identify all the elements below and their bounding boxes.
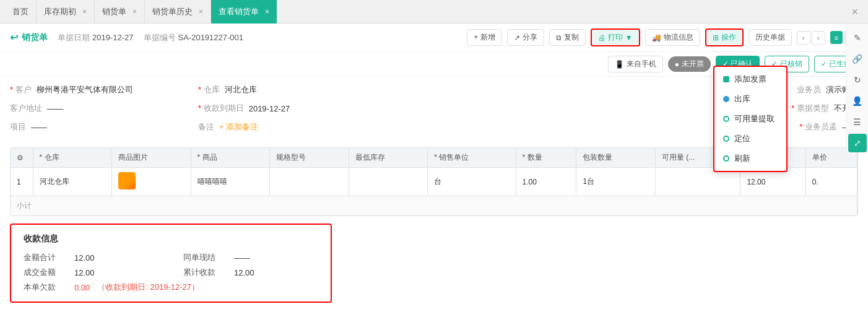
add-button[interactable]: + 新增 [467, 29, 501, 46]
payment-deal-value: 12.00 [74, 268, 95, 277]
history-button[interactable]: 历史单据 [749, 29, 792, 46]
address-label: 客户地址 [10, 103, 42, 114]
dropdown-outbound[interactable]: 出库 [714, 89, 786, 109]
payment-cumulative-value: 12.00 [234, 268, 254, 277]
payment-deal-label: 成交金额 [24, 267, 67, 278]
warehouse-value: 河北仓库 [225, 84, 257, 95]
due-date-label: 收款到期日 [198, 103, 244, 114]
available-qty-icon [723, 116, 729, 122]
tab-sales-close[interactable]: × [132, 7, 137, 16]
image-col-header: 商品图片 [112, 148, 191, 168]
payment-total-row: 金额合计 12.00 [24, 252, 158, 263]
tab-sales[interactable]: 销货单 × [95, 0, 145, 24]
doc-number-field: 单据编号 SA-20191227-001 [144, 32, 244, 43]
row-product: 嘻嘻嘻嘻 [191, 168, 270, 196]
toolbar: + 新增 ↗ 分享 ⧉ 复制 🖨 打印 ▼ 🚚 物流信息 ⊞ 操作 [467, 28, 858, 46]
payment-same-order-label: 同单现结 [183, 252, 227, 263]
operation-icon: ⊞ [713, 33, 719, 42]
doc-header: ↩ 销货单 单据日期 2019-12-27 单据编号 SA-20191227-0… [0, 24, 868, 52]
warehouse-col-header: * 仓库 [33, 148, 112, 168]
project-field: 项目 —— [10, 121, 183, 132]
next-button[interactable]: › [812, 31, 825, 45]
print-button[interactable]: 🖨 打印 ▼ [591, 28, 640, 46]
customer-field: 客户 柳州粤港平安气体有限公司 [10, 84, 183, 95]
refresh-icon [723, 155, 729, 162]
phone-icon: 📱 [615, 60, 624, 69]
doc-date-label: 单据日期 [58, 32, 90, 43]
warehouse-label: 仓库 [198, 84, 220, 95]
tab-sales-history[interactable]: 销货单历史 × [145, 0, 211, 24]
view-list-button[interactable]: ≡ [830, 31, 843, 44]
note-field: 备注 + 添加备注 [198, 121, 371, 132]
main-area: ↩ 销货单 单据日期 2019-12-27 单据编号 SA-20191227-0… [0, 24, 868, 330]
outbound-icon [723, 96, 729, 102]
payment-cumulative-row: 累计收款 12.00 [183, 267, 318, 278]
add-note-button[interactable]: + 添加备注 [219, 121, 258, 132]
row-price: 0. [805, 168, 857, 196]
subtotal-row: 小计 [11, 196, 857, 216]
address-value: —— [47, 104, 63, 113]
product-thumbnail [118, 172, 136, 189]
due-date-value: 2019-12-27 [249, 104, 290, 113]
copy-button[interactable]: ⧉ 复制 [549, 29, 586, 46]
customer-label: 客户 [10, 84, 32, 95]
qty-col-header: * 数量 [516, 148, 576, 168]
dropdown-available-qty[interactable]: 可用量提取 [714, 109, 786, 129]
sidebar-edit-icon[interactable]: ✎ [848, 28, 867, 47]
sidebar-link-icon[interactable]: 🔗 [848, 50, 867, 68]
doc-number-label: 单据编号 [144, 32, 176, 43]
payment-owed-note: （收款到期日: 2019-12-27） [97, 282, 199, 293]
not-open-ticket-button[interactable]: ● 未开票 [668, 56, 711, 72]
note-label: 备注 [198, 121, 214, 132]
subtotal-label: 小计 [11, 196, 857, 216]
prev-button[interactable]: ‹ [797, 31, 810, 45]
row-qty: 1.00 [516, 168, 576, 196]
operation-dropdown: 添加发票 出库 可用量提取 定位 刷新 [713, 66, 788, 172]
customer-value: 柳州粤港平安气体有限公司 [37, 84, 133, 95]
payment-cumulative-label: 累计收款 [183, 267, 227, 278]
print-dropdown-arrow: ▼ [625, 33, 633, 42]
print-icon: 🖨 [598, 33, 605, 42]
from-phone-button[interactable]: 📱 来自手机 [608, 56, 663, 72]
operation-button[interactable]: ⊞ 操作 [705, 28, 744, 46]
payment-owed-row: 本单欠款 0.00 （收款到期日: 2019-12-27） [24, 282, 318, 293]
address-field: 客户地址 —— [10, 103, 183, 114]
logistics-button[interactable]: 🚚 物流信息 [645, 29, 700, 46]
row-unit: 台 [428, 168, 516, 196]
payment-owed-label: 本单欠款 [24, 282, 67, 293]
row-spec [270, 168, 349, 196]
sidebar-list-icon[interactable]: ☰ [848, 113, 867, 131]
project-label: 项目 [10, 121, 26, 132]
tab-home[interactable]: 首页 [5, 0, 37, 24]
sidebar-user-icon[interactable]: 👤 [848, 92, 867, 110]
tab-sales-history-close[interactable]: × [199, 7, 203, 16]
dropdown-locate[interactable]: 定位 [714, 129, 786, 149]
circle-icon: ● [675, 60, 679, 69]
tab-view-sales-close[interactable]: × [265, 7, 269, 16]
locate-icon [723, 136, 729, 142]
min-stock-col-header: 最低库存 [349, 148, 428, 168]
row-no: 1 [11, 168, 33, 196]
payment-info-box: 收款信息 金额合计 12.00 同单现结 —— 成交金额 12.00 累计收款 … [10, 224, 332, 303]
doc-date-field: 单据日期 2019-12-27 [58, 32, 134, 43]
payment-title: 收款信息 [24, 233, 318, 245]
warehouse-field: 仓库 河北仓库 [198, 84, 371, 95]
dropdown-refresh[interactable]: 刷新 [714, 149, 786, 168]
window-close-button[interactable]: × [851, 5, 858, 18]
payment-deal-row: 成交金额 12.00 [24, 267, 158, 278]
row-pack-qty: 1台 [576, 168, 656, 196]
row-warehouse: 河北仓库 [33, 168, 112, 196]
tab-view-sales[interactable]: 查看销货单 × [211, 0, 277, 24]
add-invoice-icon [723, 76, 729, 82]
row-image [112, 168, 191, 196]
tab-inventory-close[interactable]: × [82, 7, 87, 16]
nav-arrows: ‹ › [797, 31, 825, 45]
product-col-header: * 商品 [191, 148, 270, 168]
dropdown-add-invoice[interactable]: 添加发票 [714, 69, 786, 89]
sidebar-refresh-icon[interactable]: ↻ [848, 71, 867, 89]
tab-inventory[interactable]: 库存期初 × [37, 0, 95, 24]
project-value: —— [31, 123, 47, 132]
sidebar-expand-icon[interactable]: ⤢ [848, 134, 867, 152]
share-button[interactable]: ↗ 分享 [507, 29, 544, 46]
row-min-stock [349, 168, 428, 196]
